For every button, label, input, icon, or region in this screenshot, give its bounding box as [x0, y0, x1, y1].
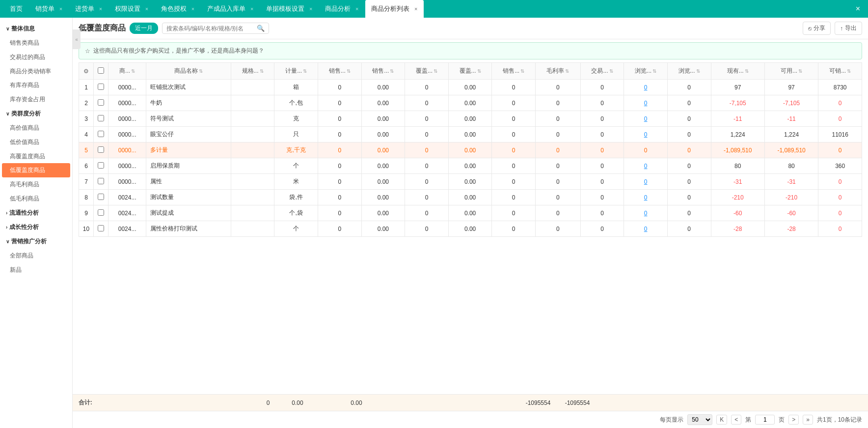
nav-close-all-btn[interactable]: ×	[852, 2, 864, 15]
next-page-btn[interactable]: >	[788, 415, 799, 425]
row-checkbox[interactable]	[94, 95, 108, 111]
nav-close-analysis[interactable]: ×	[355, 6, 358, 12]
sidebar-group-marketing[interactable]: ∨ 营销推广分析	[0, 234, 72, 249]
row-browse1[interactable]: 0	[624, 158, 668, 174]
page-number-input[interactable]	[755, 415, 775, 425]
sidebar-item-category-turnover[interactable]: 商品分类动销率	[0, 64, 72, 79]
nav-close-roles[interactable]: ×	[191, 6, 194, 12]
nav-item-roles[interactable]: 角色授权 ×	[155, 0, 200, 18]
page-size-select[interactable]: 50 20 100	[687, 414, 712, 425]
th-cover2[interactable]: 覆盖...⇅	[448, 63, 492, 80]
sidebar-group-cluster[interactable]: ∨ 类群度分析	[0, 107, 72, 121]
last-page-btn[interactable]: »	[803, 415, 813, 425]
nav-close-purchase[interactable]: ×	[99, 6, 102, 12]
nav-item-template[interactable]: 单据模板设置 ×	[260, 0, 318, 18]
th-stock-sale[interactable]: 可销...⇅	[818, 63, 862, 80]
row-browse1[interactable]: 0	[624, 127, 668, 143]
row-checkbox[interactable]	[94, 111, 108, 127]
row-name[interactable]: 旺铺批次测试	[146, 80, 231, 95]
row-browse1[interactable]: 0	[624, 143, 668, 158]
row-checkbox[interactable]	[94, 190, 108, 205]
row-name[interactable]: 多计量	[146, 143, 231, 158]
nav-close-sales[interactable]: ×	[59, 6, 62, 12]
sidebar-item-low-value[interactable]: 低价值商品	[0, 135, 72, 149]
sidebar-item-high-coverage[interactable]: 高覆盖度商品	[0, 149, 72, 164]
nav-item-analysis-list[interactable]: 商品分析列表 ×	[365, 0, 423, 18]
th-code[interactable]: 商...⇅	[108, 63, 146, 80]
th-name[interactable]: 商品名称⇅	[146, 63, 231, 80]
row-browse1[interactable]: 0	[624, 111, 668, 127]
row-browse1[interactable]: 0	[624, 95, 668, 111]
row-checkbox[interactable]	[94, 143, 108, 158]
row-name[interactable]: 牛奶	[146, 95, 231, 111]
sidebar-group-overall[interactable]: ∨ 整体信息	[0, 22, 72, 36]
th-spec[interactable]: 规格...⇅	[231, 63, 274, 80]
nav-item-analysis[interactable]: 商品分析 ×	[319, 0, 364, 18]
row-checkbox[interactable]	[94, 174, 108, 190]
row-margin: 0	[536, 95, 581, 111]
th-trade[interactable]: 交易...⇅	[580, 63, 624, 80]
th-cover1[interactable]: 覆盖...⇅	[405, 63, 449, 80]
nav-item-permissions[interactable]: 权限设置 ×	[109, 0, 154, 18]
th-stock-avail[interactable]: 可用...⇅	[764, 63, 818, 80]
th-settings[interactable]: ⚙	[79, 63, 94, 80]
sidebar-item-low-margin[interactable]: 低毛利商品	[0, 192, 72, 206]
sidebar-item-capital-occupation[interactable]: 库存资金占用	[0, 92, 72, 107]
sidebar-item-new-goods[interactable]: 新品	[0, 263, 72, 277]
sidebar-item-in-stock-goods[interactable]: 有库存商品	[0, 78, 72, 92]
row-browse1[interactable]: 0	[624, 190, 668, 205]
row-name[interactable]: 符号测试	[146, 111, 231, 127]
th-sale-qty[interactable]: 销售...⇅	[318, 63, 361, 80]
sidebar-item-traded-goods[interactable]: 交易过的商品	[0, 50, 72, 64]
sidebar-item-low-coverage[interactable]: 低覆盖度商品	[2, 163, 70, 177]
nav-item-purchase[interactable]: 进货单 ×	[69, 0, 108, 18]
nav-close-template[interactable]: ×	[309, 6, 312, 12]
nav-close-finished-goods[interactable]: ×	[250, 6, 253, 12]
row-name[interactable]: 测试数量	[146, 190, 231, 205]
th-checkbox[interactable]	[94, 63, 108, 80]
row-checkbox[interactable]	[94, 127, 108, 143]
th-margin[interactable]: 毛利率⇅	[536, 63, 581, 80]
share-btn[interactable]: ⎋ 分享	[803, 22, 831, 35]
row-name[interactable]: 眼宝公仔	[146, 127, 231, 143]
th-browse2[interactable]: 浏览...⇅	[667, 63, 711, 80]
sidebar-toggle-btn[interactable]: «	[73, 29, 81, 49]
row-checkbox[interactable]	[94, 205, 108, 221]
nav-item-finished-goods[interactable]: 产成品入库单 ×	[201, 0, 259, 18]
nav-close-analysis-list[interactable]: ×	[414, 6, 417, 12]
row-stock-avail: -210	[764, 190, 818, 205]
select-all-checkbox[interactable]	[98, 67, 104, 74]
search-input[interactable]	[166, 25, 255, 32]
sidebar-group-growth[interactable]: › 成长性分析	[0, 220, 72, 234]
row-name[interactable]: 测试提成	[146, 205, 231, 221]
th-stock-cur[interactable]: 现有...⇅	[711, 63, 764, 80]
row-checkbox[interactable]	[94, 80, 108, 95]
sidebar-item-all-goods[interactable]: 全部商品	[0, 249, 72, 263]
sidebar-item-high-margin[interactable]: 高毛利商品	[0, 177, 72, 192]
th-sale-amt[interactable]: 销售...⇅	[361, 63, 405, 80]
sidebar-group-circulation[interactable]: › 流通性分析	[0, 206, 72, 220]
row-name[interactable]: 属性	[146, 174, 231, 190]
th-unit[interactable]: 计量...⇅	[274, 63, 318, 80]
th-browse1[interactable]: 浏览...⇅	[624, 63, 668, 80]
content-header: 低覆盖度商品 近一月 🔍 ⎋ 分享 ↑ 导出	[73, 18, 868, 39]
nav-item-home[interactable]: 首页	[4, 0, 28, 18]
row-browse1[interactable]: 0	[624, 80, 668, 95]
row-checkbox[interactable]	[94, 221, 108, 237]
row-name[interactable]: 属性价格打印测试	[146, 221, 231, 237]
th-sale3[interactable]: 销售...⇅	[492, 63, 536, 80]
sidebar-item-high-value[interactable]: 高价值商品	[0, 121, 72, 135]
sidebar-item-sales-goods[interactable]: 销售类商品	[0, 36, 72, 50]
row-checkbox[interactable]	[94, 158, 108, 174]
row-name[interactable]: 启用保质期	[146, 158, 231, 174]
nav-item-sales[interactable]: 销货单 ×	[29, 0, 68, 18]
prev-page-btn[interactable]: <	[731, 415, 741, 425]
row-browse1[interactable]: 0	[624, 205, 668, 221]
first-page-btn[interactable]: K	[716, 415, 727, 425]
filter-recent-month-btn[interactable]: 近一月	[130, 23, 158, 34]
nav-close-permissions[interactable]: ×	[145, 6, 148, 12]
row-browse1[interactable]: 0	[624, 174, 668, 190]
settings-icon[interactable]: ⚙	[83, 68, 89, 75]
export-btn[interactable]: ↑ 导出	[835, 22, 862, 35]
row-browse1[interactable]: 0	[624, 221, 668, 237]
